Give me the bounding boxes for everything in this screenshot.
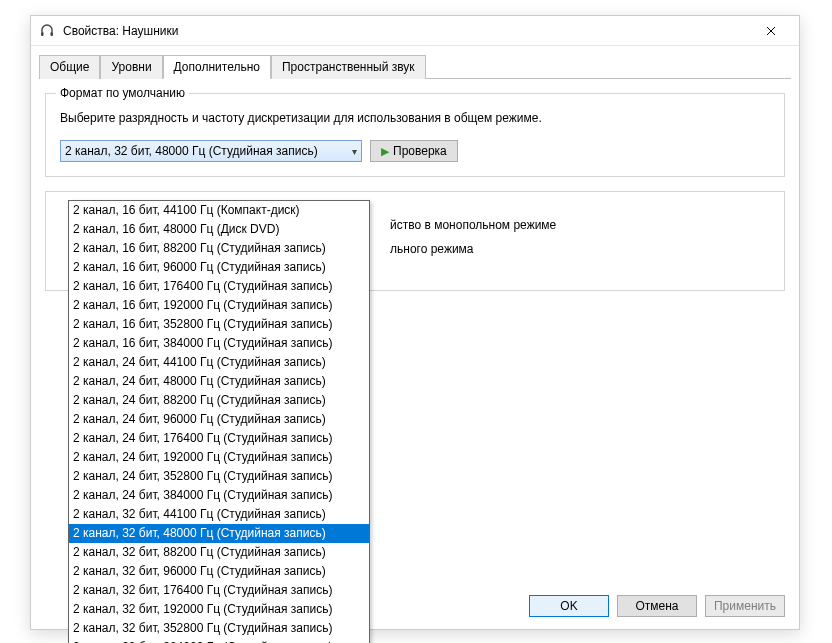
- format-option[interactable]: 2 канал, 16 бит, 192000 Гц (Студийная за…: [69, 296, 369, 315]
- ok-button[interactable]: OK: [529, 595, 609, 617]
- format-option[interactable]: 2 канал, 32 бит, 384000 Гц (Студийная за…: [69, 638, 369, 643]
- format-option[interactable]: 2 канал, 16 бит, 44100 Гц (Компакт-диск): [69, 201, 369, 220]
- format-select-value: 2 канал, 32 бит, 48000 Гц (Студийная зап…: [65, 144, 352, 158]
- format-option[interactable]: 2 канал, 32 бит, 48000 Гц (Студийная зап…: [69, 524, 369, 543]
- format-option[interactable]: 2 канал, 32 бит, 192000 Гц (Студийная за…: [69, 600, 369, 619]
- chevron-down-icon: ▾: [352, 146, 357, 157]
- default-format-legend: Формат по умолчанию: [56, 86, 189, 100]
- format-description: Выберите разрядность и частоту дискретиз…: [60, 110, 770, 126]
- svg-rect-0: [41, 32, 44, 36]
- dialog-button-row: OK Отмена Применить: [529, 595, 785, 617]
- format-option[interactable]: 2 канал, 16 бит, 384000 Гц (Студийная за…: [69, 334, 369, 353]
- format-option[interactable]: 2 канал, 24 бит, 96000 Гц (Студийная зап…: [69, 410, 369, 429]
- close-button[interactable]: [751, 17, 791, 45]
- format-option[interactable]: 2 канал, 24 бит, 352800 Гц (Студийная за…: [69, 467, 369, 486]
- format-option[interactable]: 2 канал, 32 бит, 88200 Гц (Студийная зап…: [69, 543, 369, 562]
- format-option[interactable]: 2 канал, 16 бит, 352800 Гц (Студийная за…: [69, 315, 369, 334]
- test-button[interactable]: ▶ Проверка: [370, 140, 458, 162]
- test-button-label: Проверка: [393, 144, 447, 158]
- format-option[interactable]: 2 канал, 32 бит, 96000 Гц (Студийная зап…: [69, 562, 369, 581]
- combo-row: 2 канал, 32 бит, 48000 Гц (Студийная зап…: [60, 140, 770, 162]
- tab-spatial[interactable]: Пространственный звук: [271, 55, 426, 79]
- format-option[interactable]: 2 канал, 32 бит, 176400 Гц (Студийная за…: [69, 581, 369, 600]
- default-format-group: Формат по умолчанию Выберите разрядность…: [45, 93, 785, 177]
- format-option[interactable]: 2 канал, 16 бит, 48000 Гц (Диск DVD): [69, 220, 369, 239]
- properties-dialog: Свойства: Наушники Общие Уровни Дополнит…: [30, 15, 800, 630]
- headphones-icon: [39, 23, 55, 39]
- format-select[interactable]: 2 канал, 32 бит, 48000 Гц (Студийная зап…: [60, 140, 362, 162]
- window-title: Свойства: Наушники: [63, 24, 751, 38]
- format-option[interactable]: 2 канал, 24 бит, 88200 Гц (Студийная зап…: [69, 391, 369, 410]
- format-option[interactable]: 2 канал, 16 бит, 96000 Гц (Студийная зап…: [69, 258, 369, 277]
- format-option[interactable]: 2 канал, 24 бит, 44100 Гц (Студийная зап…: [69, 353, 369, 372]
- format-dropdown-list[interactable]: 2 канал, 16 бит, 44100 Гц (Компакт-диск)…: [68, 200, 370, 643]
- tab-levels[interactable]: Уровни: [100, 55, 162, 79]
- tab-advanced[interactable]: Дополнительно: [163, 55, 271, 79]
- format-option[interactable]: 2 канал, 24 бит, 48000 Гц (Студийная зап…: [69, 372, 369, 391]
- format-option[interactable]: 2 канал, 24 бит, 192000 Гц (Студийная за…: [69, 448, 369, 467]
- format-option[interactable]: 2 канал, 24 бит, 384000 Гц (Студийная за…: [69, 486, 369, 505]
- tab-general[interactable]: Общие: [39, 55, 100, 79]
- tab-row: Общие Уровни Дополнительно Пространствен…: [39, 54, 791, 79]
- format-option[interactable]: 2 канал, 32 бит, 44100 Гц (Студийная зап…: [69, 505, 369, 524]
- format-option[interactable]: 2 канал, 24 бит, 176400 Гц (Студийная за…: [69, 429, 369, 448]
- titlebar: Свойства: Наушники: [31, 16, 799, 46]
- apply-button[interactable]: Применить: [705, 595, 785, 617]
- svg-rect-1: [51, 32, 54, 36]
- cancel-button[interactable]: Отмена: [617, 595, 697, 617]
- format-option[interactable]: 2 канал, 16 бит, 88200 Гц (Студийная зап…: [69, 239, 369, 258]
- play-icon: ▶: [381, 145, 389, 158]
- format-option[interactable]: 2 канал, 32 бит, 352800 Гц (Студийная за…: [69, 619, 369, 638]
- format-option[interactable]: 2 канал, 16 бит, 176400 Гц (Студийная за…: [69, 277, 369, 296]
